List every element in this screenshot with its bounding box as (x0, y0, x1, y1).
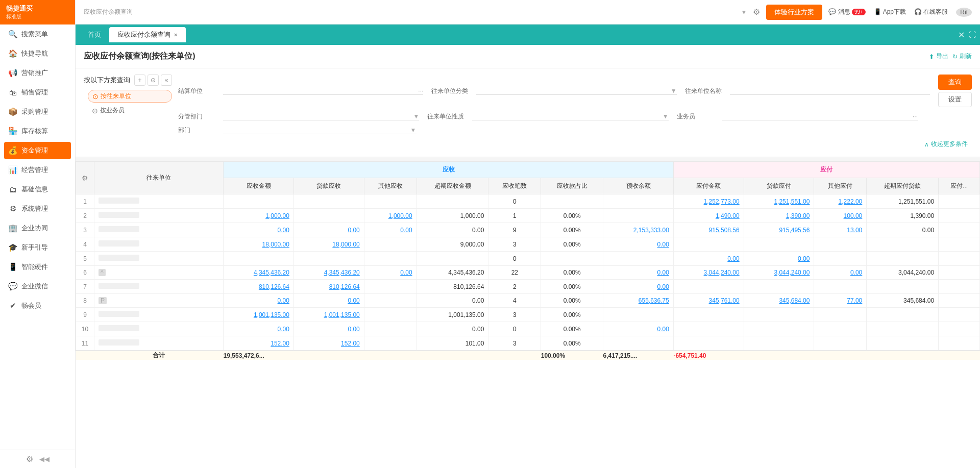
sidebar-item-guide[interactable]: 🎓新手引导 (0, 238, 75, 257)
set-button[interactable]: 设置 (938, 92, 972, 107)
sidebar-item-label: 经营管理 (21, 165, 48, 175)
collapse-button[interactable]: ∧ 收起更多条件 (178, 138, 972, 151)
footer-ar-count (488, 351, 541, 360)
filter-unit-nature-label: 往来单位性质 (427, 112, 468, 121)
filter-department-input[interactable] (223, 127, 410, 134)
row-num-8: 8 (76, 294, 94, 308)
finance-icon: 💰 (8, 146, 17, 155)
col-ap-extra: 应付... (939, 178, 980, 194)
row-num-9: 9 (76, 308, 94, 322)
row-num-7: 7 (76, 280, 94, 294)
sidebar-item-purchase[interactable]: 📦采购管理 (0, 102, 75, 121)
sidebar-item-finance[interactable]: 💰资金管理 (4, 142, 71, 159)
col-ar-count: 应收笔数 (488, 178, 541, 194)
sidebar-item-label: 基础信息 (21, 185, 48, 194)
sidebar-item-hardware[interactable]: 📱智能硬件 (0, 257, 75, 277)
app-download-link[interactable]: 📱 App下载 (874, 8, 906, 16)
sidebar-item-quicknav[interactable]: 🏠快捷导航 (0, 44, 75, 63)
row-unit-7 (94, 280, 224, 294)
filter-unit-category: 往来单位分类 ▼ (431, 87, 676, 95)
solution-button[interactable]: 体验行业方案 (766, 5, 822, 20)
filter-unit-category-arrow[interactable]: ▼ (671, 87, 677, 94)
sidebar-item-wechat[interactable]: 💬企业微信 (0, 277, 75, 296)
refresh-button[interactable]: ↻ 刷新 (952, 52, 972, 61)
filter-salesperson-input[interactable] (722, 113, 913, 120)
window-expand-icon[interactable]: ⛶ (969, 31, 976, 39)
scheme-by-unit[interactable]: ⊙ 按往来单位 (88, 90, 172, 103)
filter-dept-input[interactable] (223, 113, 413, 120)
filter-unit-nature-input[interactable] (472, 113, 662, 120)
sidebar-settings-icon[interactable]: ⚙ (26, 454, 33, 464)
purchase-icon: 📦 (8, 107, 17, 116)
sidebar-item-marketing[interactable]: 📢营销推广 (0, 63, 75, 83)
wechat-icon: 💬 (8, 282, 17, 291)
sidebar-item-label: 快捷导航 (21, 49, 48, 58)
scheme-by-staff[interactable]: ⊙ 按业务员 (88, 105, 172, 116)
filter-unit-name-label: 往来单位名称 (685, 87, 726, 95)
filter-salesperson-dots[interactable]: ··· (913, 113, 918, 120)
sidebar-item-member[interactable]: ✔畅会员 (0, 296, 75, 315)
refresh-icon: ↻ (952, 53, 958, 60)
table-container: ⚙ 往来单位 应收 应付 应收金额 贷款应收 其他应收 超期应收金额 应收笔数 … (76, 161, 980, 468)
row-num-4: 4 (76, 237, 94, 252)
sidebar: 畅捷通买 标准版 🔍搜索菜单🏠快捷导航📢营销推广🛍销售管理📦采购管理🏪库存核算💰… (0, 0, 76, 468)
window-close-icon[interactable]: ✕ (958, 30, 965, 40)
page-title: 应收应付余额查询(按往来单位) (84, 51, 195, 68)
sidebar-item-label: 营销推广 (21, 68, 48, 78)
query-button[interactable]: 查询 (938, 75, 972, 90)
sales-icon: 🛍 (8, 88, 17, 97)
row-unit-2 (94, 209, 224, 223)
row-num-11: 11 (76, 336, 94, 351)
sidebar-item-sales[interactable]: 🛍销售管理 (0, 83, 75, 102)
message-icon[interactable]: 💬 消息 99+ (828, 8, 866, 16)
col-group-ap: 应付 (673, 162, 979, 178)
member-icon: ✔ (8, 301, 17, 310)
filter-department-arrow[interactable]: ▼ (410, 127, 416, 134)
sidebar-item-label: 销售管理 (21, 88, 48, 97)
filter-scheme-panel: 按以下方案查询 + ⊙ « ⊙ 按往来单位 ⊙ (84, 75, 172, 116)
filter-unit-nature-arrow[interactable]: ▼ (663, 113, 669, 120)
sidebar-item-inventory[interactable]: 🏪库存核算 (0, 121, 75, 141)
filter-target-icon[interactable]: ⊙ (148, 75, 159, 86)
filter-dept-arrow[interactable]: ▼ (413, 113, 419, 120)
table-row: 2 1,000.00 1,000.00 1,000.00 1 0.00% 1,4… (76, 209, 980, 223)
sidebar-item-label: 系统管理 (21, 204, 48, 213)
filter-arrow-icon[interactable]: « (161, 75, 172, 86)
col-ap-other: 其他应付 (814, 178, 867, 194)
topbar-chevron-icon[interactable]: ▼ (741, 9, 747, 16)
sidebar-item-enterprise[interactable]: 🏢企业协同 (0, 218, 75, 238)
col-ar-ratio: 应收款占比 (541, 178, 603, 194)
col-ap-amount: 应付金额 (673, 178, 744, 194)
tab-close-icon[interactable]: ✕ (174, 32, 178, 38)
filter-settlement-input[interactable] (223, 87, 418, 94)
sidebar-item-search[interactable]: 🔍搜索菜单 (0, 24, 75, 44)
filter-department: 部门 ▼ (178, 126, 416, 135)
sidebar-item-operations[interactable]: 📊经营管理 (0, 160, 75, 180)
sidebar-collapse-icon[interactable]: ◀◀ (39, 455, 50, 463)
quicknav-icon: 🏠 (8, 49, 17, 58)
col-header-settings[interactable]: ⚙ (76, 162, 94, 194)
filter-add-icon[interactable]: + (134, 75, 145, 86)
topbar-gear-icon[interactable]: ⚙ (753, 7, 760, 17)
row-unit-1 (94, 194, 224, 209)
sidebar-item-basic[interactable]: 🗂基础信息 (0, 180, 75, 199)
table-row: 6 ^ 4,345,436.20 4,345,436.20 0.00 4,345… (76, 266, 980, 280)
export-button[interactable]: ⬆ 导出 (929, 52, 948, 61)
sidebar-item-system[interactable]: ⚙系统管理 (0, 199, 75, 218)
export-icon: ⬆ (929, 53, 934, 60)
sidebar-item-label: 企业微信 (21, 282, 48, 291)
tab-query[interactable]: 应收应付余额查询 ✕ (109, 27, 186, 42)
filter-salesperson: 业务员 ··· (677, 112, 918, 121)
col-ar-overdue: 超期应收金额 (416, 178, 488, 194)
table-row: 8 P 0.00 0.00 0.00 4 0.00% 655,636.75 34… (76, 294, 980, 308)
filter-unit-category-input[interactable] (476, 87, 670, 94)
scheme-staff-label: 按业务员 (100, 106, 125, 115)
footer-ap-other (814, 351, 867, 360)
online-service-link[interactable]: 🎧 在线客服 (914, 8, 948, 16)
collapse-icon: ∧ (924, 141, 929, 148)
sidebar-logo: 畅捷通买 标准版 (0, 0, 75, 24)
tab-home[interactable]: 首页 (80, 27, 109, 42)
filter-unit-name-input[interactable] (730, 87, 930, 94)
user-avatar[interactable]: Rit (956, 8, 972, 17)
filter-settlement-dots[interactable]: ··· (418, 87, 423, 94)
